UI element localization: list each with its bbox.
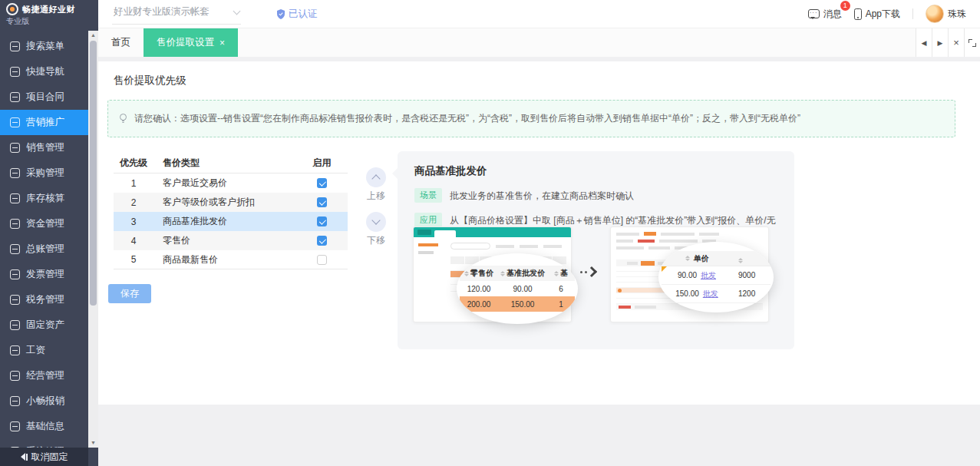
unpin-icon <box>21 453 28 461</box>
enable-checkbox[interactable] <box>317 216 327 226</box>
sidebar-item-label: 经营管理 <box>26 369 64 382</box>
sidebar-item-operations[interactable]: 经营管理 <box>0 363 88 388</box>
sidebar-item-label: 税务管理 <box>26 293 64 306</box>
general-ledger-icon <box>10 244 20 254</box>
account-set-selector[interactable]: 好业财专业版演示帐套 <box>112 3 241 25</box>
sidebar-item-general-ledger[interactable]: 总账管理 <box>0 236 88 262</box>
user-menu[interactable]: 珠珠 <box>926 5 966 23</box>
sidebar: 畅捷通好业财 专业版 搜索菜单 快捷导航 项目合同 营销推广 销售管理 采购管理… <box>0 0 98 466</box>
notice-box: 请您确认：选项设置--销售设置“您在制作商品标准销售报价表时，是含税还是无税”，… <box>107 100 955 137</box>
tab-label: 售价提取设置 <box>157 36 214 49</box>
sidebar-scrollbar[interactable]: ▲ ▼ <box>88 31 98 448</box>
sidebar-item-label: 项目合同 <box>26 91 64 104</box>
move-up-label: 上移 <box>359 190 393 203</box>
tab-scroll-right-button[interactable]: ▶ <box>932 28 948 57</box>
price-type-cell: 零售价 <box>153 234 296 247</box>
magnifier-bubble-left: 零售价 基准批发价 基 120.00 90.00 6 200.00 150.00… <box>457 253 578 324</box>
unpin-label: 取消固定 <box>31 451 68 464</box>
enable-checkbox[interactable] <box>317 255 327 265</box>
save-button[interactable]: 保存 <box>108 284 151 303</box>
move-down-button[interactable] <box>366 212 386 232</box>
fullscreen-button[interactable] <box>964 28 980 57</box>
row-movers: 上移 下移 <box>359 167 393 247</box>
detail-title: 商品基准批发价 <box>398 151 794 178</box>
priority-cell: 4 <box>114 236 153 246</box>
sidebar-item-quick-nav[interactable]: 快捷导航 <box>0 59 88 84</box>
sidebar-item-payroll[interactable]: 工资 <box>0 338 88 363</box>
scroll-up-icon[interactable]: ▲ <box>91 31 96 40</box>
table-row[interactable]: 5 商品最新售价 <box>114 250 348 269</box>
bubble-cell: 90.00 <box>678 271 697 279</box>
sidebar-item-marketing[interactable]: 营销推广 <box>0 110 88 135</box>
mini-toolbar <box>450 243 566 250</box>
flow-arrow-icon <box>580 268 596 276</box>
chevron-down-icon <box>371 216 380 224</box>
brand-name: 畅捷通好业财 <box>22 4 75 15</box>
priority-cell: 3 <box>114 216 153 227</box>
table-row[interactable]: 1 客户最近交易价 <box>114 174 348 193</box>
tab-label: 首页 <box>111 36 130 49</box>
sidebar-item-label: 固定资产 <box>26 319 64 332</box>
sidebar-item-invoice[interactable]: 发票管理 <box>0 262 88 287</box>
sort-icon <box>685 256 690 261</box>
bubble-cell: 6 <box>547 285 575 293</box>
apply-tag: 应用 <box>414 213 442 227</box>
marketing-icon <box>10 117 20 127</box>
tax-icon <box>10 295 20 305</box>
tab-home[interactable]: 首页 <box>98 28 144 57</box>
sidebar-item-search-menu[interactable]: 搜索菜单 <box>0 34 88 59</box>
price-type-cell: 商品最新售价 <box>153 253 296 266</box>
table-row[interactable]: 2 客户等级价或客户折扣 <box>114 193 348 212</box>
sidebar-item-label: 工资 <box>26 344 45 357</box>
table-header-row: 优先级 售价类型 启用 <box>114 154 348 174</box>
sales-icon <box>10 143 20 153</box>
mini-nav <box>418 243 438 254</box>
close-icon[interactable]: × <box>219 38 225 48</box>
username: 珠珠 <box>948 8 966 21</box>
tab-price-extract-settings[interactable]: 售价提取设置 × <box>144 28 238 57</box>
fullscreen-icon <box>968 39 976 47</box>
enable-checkbox[interactable] <box>317 197 327 207</box>
magnifier-bubble-right: 单价 90.00批发 9000 150.00批发 1200 <box>658 242 774 312</box>
sidebar-item-inventory[interactable]: 库存核算 <box>0 186 88 211</box>
table-row-selected[interactable]: 3 商品基准批发价 <box>114 212 348 231</box>
purchase-icon <box>10 168 20 178</box>
sidebar-item-tax[interactable]: 税务管理 <box>0 287 88 312</box>
table-row[interactable]: 4 零售价 <box>114 231 348 250</box>
sidebar-item-label: 采购管理 <box>26 167 64 180</box>
bubble-cell: 90.00 <box>498 285 547 293</box>
move-down-label: 下移 <box>359 234 393 247</box>
chevron-down-icon <box>233 7 241 15</box>
priority-cell: 2 <box>114 197 153 208</box>
sort-icon <box>500 271 505 276</box>
move-up-button[interactable] <box>366 167 386 187</box>
sidebar-item-project-contract[interactable]: 项目合同 <box>0 84 88 110</box>
enable-checkbox[interactable] <box>317 236 327 246</box>
sidebar-item-label: 资金管理 <box>26 217 64 230</box>
priority-cell: 1 <box>114 178 153 189</box>
messages-button[interactable]: 消息 1 <box>808 8 842 21</box>
bubble-cell: 9000 <box>732 271 770 279</box>
sidebar-item-fixed-assets[interactable]: 固定资产 <box>0 312 88 338</box>
sidebar-item-expense[interactable]: 小畅报销 <box>0 388 88 414</box>
bubble-cell: 120.00 <box>460 285 498 293</box>
scene-text: 批发业务的基准售价，在建立商品档案时确认 <box>450 188 634 203</box>
sidebar-item-label: 营销推广 <box>26 116 64 129</box>
sidebar-item-purchase[interactable]: 采购管理 <box>0 160 88 186</box>
quick-nav-icon <box>10 67 20 77</box>
col-header-priority: 优先级 <box>114 157 153 170</box>
cell-flag-icon <box>662 266 667 272</box>
enable-checkbox[interactable] <box>317 178 327 188</box>
fixed-assets-icon <box>10 320 20 330</box>
unpin-sidebar-button[interactable]: 取消固定 <box>0 448 88 466</box>
app-download-button[interactable]: App下载 <box>854 8 900 21</box>
scrollbar-thumb[interactable] <box>90 41 97 306</box>
tab-scroll-left-button[interactable]: ◀ <box>916 28 932 57</box>
scroll-down-icon[interactable]: ▼ <box>91 438 96 448</box>
sidebar-item-label: 发票管理 <box>26 268 64 281</box>
close-all-tabs-button[interactable]: × <box>948 28 964 57</box>
sidebar-item-sales[interactable]: 销售管理 <box>0 135 88 160</box>
lightbulb-icon <box>118 113 128 124</box>
sidebar-item-base-info[interactable]: 基础信息 <box>0 414 88 439</box>
sidebar-item-funds[interactable]: 资金管理 <box>0 211 88 236</box>
